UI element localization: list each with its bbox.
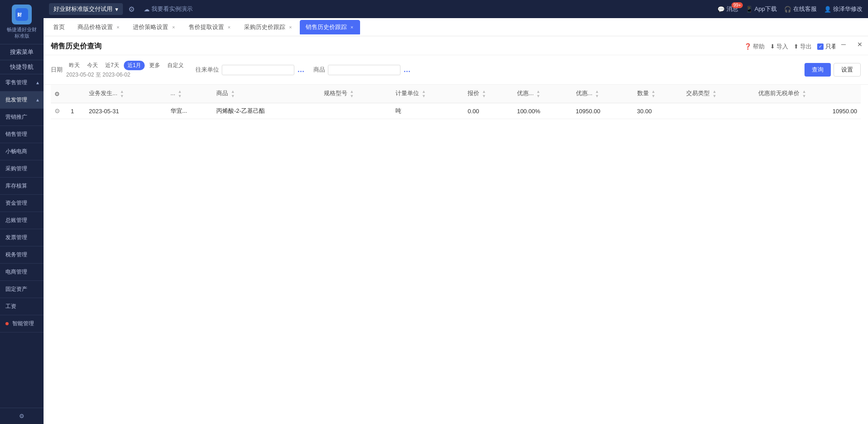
source-unit-more-btn[interactable]: … bbox=[297, 66, 304, 74]
sidebar-item-wholesale-label: 批发管理 bbox=[5, 96, 27, 104]
col-pretax-label: 优惠前无税单价 bbox=[758, 90, 800, 96]
date-btn-more[interactable]: 更多 bbox=[146, 61, 163, 70]
tab-sale-history[interactable]: 销售历史价跟踪 × bbox=[300, 20, 360, 34]
export-button[interactable]: ⬆ 导出 bbox=[794, 43, 812, 51]
sidebar-item-tax[interactable]: 税务管理 bbox=[0, 246, 44, 264]
sidebar-item-marketing-label: 营销推广 bbox=[5, 113, 27, 121]
col-product-header[interactable]: 商品 ▲▼ bbox=[213, 85, 320, 103]
tab-home[interactable]: 首页 bbox=[47, 20, 71, 34]
sidebar-item-assets[interactable]: 固定资产 bbox=[0, 281, 44, 298]
sidebar-item-smart[interactable]: 智能管理 bbox=[0, 315, 44, 332]
row-extra: 华宜... bbox=[167, 103, 213, 119]
tab-bar: 首页 商品价格设置 × 进价策略设置 × 售价提取设置 × 采购历史价跟踪 × … bbox=[44, 18, 868, 36]
app-download-button[interactable]: 📱 App下载 bbox=[746, 5, 777, 13]
sort-icon-price: ▲▼ bbox=[482, 89, 486, 98]
sort-icon-spec: ▲▼ bbox=[350, 89, 354, 98]
table-container: ⚙ 业务发生... ▲▼ ... ▲▼ 商品 ▲▼ bbox=[44, 85, 868, 424]
sidebar-item-inventory[interactable]: 库存核算 bbox=[0, 178, 44, 195]
app-logo-icon: 财 bbox=[12, 5, 32, 24]
tab-sale-history-close[interactable]: × bbox=[350, 24, 354, 30]
product-input[interactable] bbox=[328, 65, 400, 75]
app-selector-label: 好业财标准版交付试用 bbox=[54, 5, 112, 13]
sidebar-item-capital[interactable]: 资金管理 bbox=[0, 195, 44, 212]
demo-button[interactable]: ☁ 我要看实例演示 bbox=[144, 5, 193, 13]
col-pretax-header[interactable]: 优惠前无税单价 ▲▼ bbox=[755, 85, 861, 103]
messages-button[interactable]: 💬 消息 99+ bbox=[717, 5, 738, 13]
svg-text:财: 财 bbox=[17, 12, 22, 17]
col-tx-type-header[interactable]: 交易类型 ▲▼ bbox=[683, 85, 755, 103]
tab-purchase-strategy-close[interactable]: × bbox=[171, 24, 176, 30]
user-icon: 👤 bbox=[824, 6, 831, 13]
data-table: ⚙ 业务发生... ▲▼ ... ▲▼ 商品 ▲▼ bbox=[51, 85, 861, 119]
col-biz-date-header[interactable]: 业务发生... ▲▼ bbox=[85, 85, 167, 103]
col-product-label: 商品 bbox=[216, 90, 228, 96]
message-icon: 💬 bbox=[717, 6, 725, 13]
filter-bar: 日期 昨天 今天 近7天 近1月 更多 自定义 2023-05-02 至 202… bbox=[44, 55, 868, 85]
date-btn-custom[interactable]: 自定义 bbox=[165, 61, 186, 70]
sidebar-quick-nav-label: 快捷导航 bbox=[10, 63, 34, 70]
sidebar-quick-nav[interactable]: 快捷导航 bbox=[0, 60, 44, 74]
col-spec-header[interactable]: 规格型号 ▲▼ bbox=[320, 85, 392, 103]
date-btn-7days[interactable]: 近7天 bbox=[102, 61, 122, 70]
sidebar-item-invoice[interactable]: 发票管理 bbox=[0, 229, 44, 246]
sidebar-item-ledger[interactable]: 总账管理 bbox=[0, 212, 44, 229]
sort-icon-biz-date: ▲▼ bbox=[120, 89, 124, 98]
col-discount-pct-header[interactable]: 优惠... ▲▼ bbox=[513, 85, 572, 103]
row-discount-pct: 100.00% bbox=[513, 103, 572, 119]
close-button[interactable]: ✕ bbox=[852, 36, 868, 53]
sidebar-item-retail[interactable]: 零售管理 ▲ bbox=[0, 74, 44, 92]
tab-purchase-history[interactable]: 采购历史价跟踪 × bbox=[238, 20, 298, 34]
col-extra-header[interactable]: ... ▲▼ bbox=[167, 85, 213, 103]
only-last-checkbox[interactable]: ✓ bbox=[817, 43, 824, 50]
page-title: 销售历史价查询 bbox=[51, 42, 102, 51]
window-controls: ─ ✕ bbox=[835, 36, 868, 53]
minimize-button[interactable]: ─ bbox=[835, 36, 852, 53]
date-btn-1month[interactable]: 近1月 bbox=[124, 61, 145, 70]
col-discount-val-header[interactable]: 优惠... ▲▼ bbox=[572, 85, 634, 103]
date-btn-yesterday[interactable]: 昨天 bbox=[66, 61, 83, 70]
tab-product-price-close[interactable]: × bbox=[116, 24, 120, 30]
app-selector[interactable]: 好业财标准版交付试用 ▾ bbox=[49, 3, 123, 15]
date-shortcuts: 昨天 今天 近7天 近1月 更多 自定义 bbox=[66, 61, 186, 70]
col-unit-header[interactable]: 计量单位 ▲▼ bbox=[392, 85, 464, 103]
user-profile-button[interactable]: 👤 徐泽华修改 bbox=[824, 5, 863, 13]
col-price-header[interactable]: 报价 ▲▼ bbox=[464, 85, 513, 103]
source-unit-input[interactable] bbox=[222, 65, 294, 75]
sidebar-settings-button[interactable]: ⚙ bbox=[0, 408, 44, 424]
sidebar-item-ecomm[interactable]: 电商管理 bbox=[0, 264, 44, 281]
column-settings-icon[interactable]: ⚙ bbox=[54, 91, 60, 97]
col-qty-label: 数量 bbox=[637, 90, 649, 96]
filter-actions: 查询 设置 bbox=[805, 63, 861, 77]
help-button[interactable]: ❓ 帮助 bbox=[744, 43, 765, 51]
sidebar-item-sales[interactable]: 销售管理 bbox=[0, 126, 44, 143]
sort-icon-tx-type: ▲▼ bbox=[712, 89, 717, 98]
date-btn-today[interactable]: 今天 bbox=[84, 61, 101, 70]
product-more-btn[interactable]: … bbox=[403, 66, 410, 74]
tab-product-price[interactable]: 商品价格设置 × bbox=[72, 20, 126, 34]
sidebar-item-wholesale[interactable]: 批发管理 ▲ bbox=[0, 92, 44, 109]
topbar-settings-icon[interactable]: ⚙ bbox=[128, 5, 135, 14]
tab-sale-extract-close[interactable]: × bbox=[227, 24, 231, 30]
col-biz-date-label: 业务发生... bbox=[89, 90, 117, 96]
tab-purchase-strategy-label: 进价策略设置 bbox=[133, 23, 168, 31]
sidebar-item-purchase[interactable]: 采购管理 bbox=[0, 160, 44, 178]
sidebar-search[interactable]: 搜索菜单 bbox=[0, 44, 44, 60]
tab-purchase-strategy[interactable]: 进价策略设置 × bbox=[127, 20, 181, 34]
settings-button[interactable]: 设置 bbox=[834, 63, 861, 77]
col-qty-header[interactable]: 数量 ▲▼ bbox=[634, 85, 683, 103]
sidebar-item-ecomm-small-label: 小畅电商 bbox=[5, 148, 27, 155]
tab-purchase-history-close[interactable]: × bbox=[288, 24, 293, 30]
sidebar-item-payroll[interactable]: 工资 bbox=[0, 298, 44, 315]
tab-home-label: 首页 bbox=[53, 23, 65, 31]
import-button[interactable]: ⬇ 导入 bbox=[770, 43, 788, 51]
query-button[interactable]: 查询 bbox=[805, 63, 831, 77]
content-area: ─ ✕ 销售历史价查询 ❓ 帮助 ⬇ 导入 ⬆ 导出 bbox=[44, 36, 868, 424]
tab-sale-extract[interactable]: 售价提取设置 × bbox=[183, 20, 237, 34]
row-gear-icon[interactable]: ⚙ bbox=[51, 103, 67, 119]
sidebar-item-ecomm-small[interactable]: 小畅电商 bbox=[0, 143, 44, 160]
online-service-button[interactable]: 🎧 在线客服 bbox=[784, 5, 817, 13]
smart-dot-indicator bbox=[5, 322, 9, 325]
sidebar-item-assets-label: 固定资产 bbox=[5, 285, 27, 293]
sort-icon-extra: ▲▼ bbox=[178, 89, 182, 98]
sidebar-item-marketing[interactable]: 营销推广 bbox=[0, 109, 44, 126]
